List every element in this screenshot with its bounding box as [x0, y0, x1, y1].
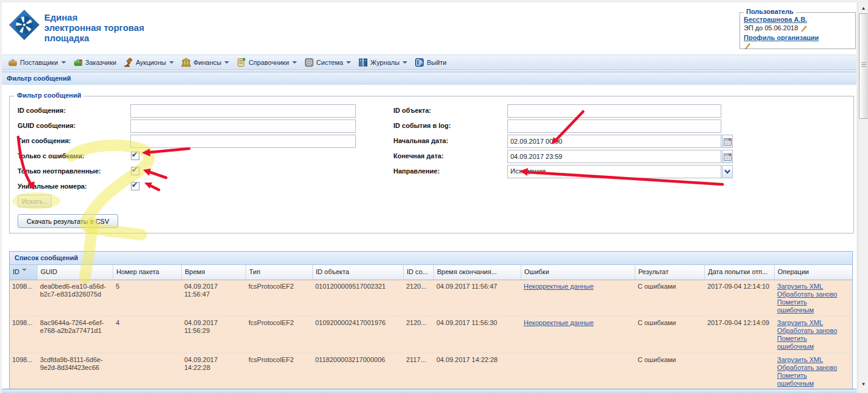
column-header-type[interactable]: Тип — [246, 265, 313, 280]
load-xml-link[interactable]: Загрузить XML — [777, 356, 849, 364]
cell-guid: 8ac9644a-7264-e6ef-e768-a2b2a77471d1 — [38, 317, 113, 352]
cell-errors: Некорректные данные — [521, 280, 635, 315]
direction-selected-value: Исходящие — [510, 167, 546, 175]
menu-item-auctions[interactable]: Аукционы — [122, 58, 179, 67]
log-event-id-input[interactable] — [507, 119, 721, 133]
direction-dropdown-button[interactable] — [722, 165, 733, 178]
log-event-id-label: ID события в log: — [393, 122, 451, 129]
message-id-input[interactable] — [130, 104, 356, 118]
chevron-down-icon — [292, 61, 297, 66]
chevron-down-icon — [169, 61, 174, 66]
column-header-errors[interactable]: Ошибки — [521, 265, 635, 280]
cell-object-id: 0118200003217000006 — [313, 354, 404, 389]
cell-type: fcsProtocolEF2 — [246, 280, 313, 315]
chevron-down-icon — [724, 169, 731, 175]
column-header-time[interactable]: Время — [182, 265, 246, 280]
content-area: Единая электронная торговая площадка Пол… — [2, 2, 856, 393]
menu-item-customers[interactable]: Заказчики — [72, 58, 122, 67]
cell-end-time: 04.09.2017 11:56:47 — [434, 280, 521, 315]
message-id-label: ID сообщения: — [18, 107, 65, 114]
cell-operations: Загрузить XML Обработать заново Пометить… — [775, 317, 852, 352]
direction-select[interactable]: Исходящие — [507, 165, 721, 178]
object-id-input[interactable] — [507, 104, 721, 118]
sort-desc-icon — [22, 269, 27, 274]
gavel-icon — [124, 58, 133, 67]
unsent-only-checkbox[interactable] — [131, 167, 139, 175]
reprocess-link[interactable]: Обработать заново — [777, 364, 849, 372]
cell-id: 1098... — [10, 317, 38, 352]
cell-operations: Загрузить XML Обработать заново Пометить… — [775, 280, 852, 315]
cell-result: С ошибками — [635, 317, 705, 352]
message-type-input[interactable] — [130, 135, 356, 148]
scroll-down-button[interactable]: ▼ — [858, 380, 868, 389]
error-details-link[interactable]: Некорректные данные — [524, 283, 593, 290]
chevron-down-icon — [402, 61, 407, 66]
cell-object-id: 0101200009517002321 — [313, 280, 404, 315]
column-header-end-time[interactable]: Время окончания... — [434, 265, 521, 280]
error-details-link[interactable]: Некорректные данные — [524, 319, 593, 326]
scrollbar-thumb[interactable] — [859, 13, 868, 119]
menu-item-journals[interactable]: Журналы — [356, 58, 413, 67]
grid-header-row: ID GUID Номер пакета Время Тип ID объект… — [10, 265, 852, 280]
errors-only-checkbox[interactable] — [131, 152, 139, 160]
reprocess-link[interactable]: Обработать заново — [777, 327, 849, 335]
column-header-result[interactable]: Результат — [635, 265, 705, 280]
cell-attempt-date: 2017-09-04 12:14:09 — [705, 317, 775, 352]
menu-item-logout[interactable]: Выйти — [413, 58, 452, 67]
menu-item-suppliers[interactable]: Поставщики — [6, 58, 72, 67]
search-button[interactable]: Искать... — [18, 195, 52, 207]
cell-event-id: 2120... — [404, 280, 434, 315]
cell-object-id: 0109200002417001976 — [313, 317, 404, 352]
cell-errors: Некорректные данные — [521, 317, 635, 352]
menu-item-finance[interactable]: Финансы — [179, 58, 235, 67]
mark-erroneous-link[interactable]: Пометить ошибочным — [777, 335, 830, 351]
main-menu-bar: Поставщики Заказчики Аукционы Финансы Сп… — [2, 55, 856, 70]
cell-time: 04.09.2017 11:56:47 — [182, 280, 246, 315]
pencil-icon[interactable] — [744, 42, 751, 51]
mark-erroneous-link[interactable]: Пометить ошибочным — [777, 372, 830, 388]
load-xml-link[interactable]: Загрузить XML — [777, 283, 849, 291]
column-header-packet[interactable]: Номер пакета — [113, 265, 182, 280]
menu-item-label: Финансы — [193, 59, 221, 66]
chevron-down-icon — [346, 61, 351, 66]
column-header-operations[interactable]: Операции — [775, 265, 852, 280]
menu-item-system[interactable]: Система — [302, 58, 356, 67]
cell-type: fcsProtocolEF2 — [246, 354, 313, 389]
column-header-event-id[interactable]: ID со... — [404, 265, 434, 280]
table-row: 1098... 8ac9644a-7264-e6ef-e768-a2b2a774… — [10, 317, 852, 354]
column-header-id[interactable]: ID — [10, 265, 38, 280]
column-header-object-id[interactable]: ID объекта — [313, 265, 404, 280]
column-header-guid[interactable]: GUID — [38, 265, 113, 280]
filter-panel: Фильтр сообщений ID сообщения: GUID сооб… — [9, 96, 854, 233]
errors-only-label: Только с ошибками: — [18, 152, 84, 160]
exit-icon — [415, 58, 424, 67]
message-guid-input[interactable] — [130, 119, 356, 133]
mark-erroneous-link[interactable]: Пометить ошибочным — [777, 298, 830, 314]
cell-id: 1098... — [10, 354, 38, 389]
end-date-input[interactable] — [507, 150, 721, 163]
bank-icon — [181, 58, 191, 67]
user-panel: Пользователь Бесстрашнова А.В. ЭП до 05.… — [739, 12, 856, 49]
menu-item-label: Журналы — [370, 59, 399, 66]
download-csv-button[interactable]: Скачать результаты в CSV — [18, 214, 118, 228]
column-header-attempt-date[interactable]: Дата попытки отп... — [705, 265, 775, 280]
unique-numbers-checkbox[interactable] — [131, 182, 139, 190]
reprocess-link[interactable]: Обработать заново — [777, 291, 849, 298]
start-date-calendar-button[interactable] — [722, 135, 733, 148]
org-profile-link[interactable]: Профиль организации — [744, 33, 819, 42]
system-gear-icon — [304, 58, 314, 67]
message-type-label: Тип сообщения: — [18, 137, 71, 144]
start-date-input[interactable] — [507, 135, 721, 148]
journals-books-icon — [358, 58, 368, 67]
menu-item-directories[interactable]: Справочники — [235, 58, 302, 67]
scroll-up-button[interactable]: ▲ — [858, 4, 868, 13]
application-window: Единая электронная торговая площадка Пол… — [0, 0, 868, 393]
user-name-link[interactable]: Бесстрашнова А.В. — [744, 15, 807, 24]
menu-item-label: Поставщики — [20, 59, 58, 66]
brand-title: Единая электронная торговая площадка — [44, 12, 144, 43]
pencil-icon[interactable] — [800, 24, 807, 33]
menu-item-label: Справочники — [249, 59, 289, 66]
vertical-scrollbar[interactable]: ▲ ▼ — [858, 2, 868, 393]
end-date-calendar-button[interactable] — [722, 150, 733, 163]
load-xml-link[interactable]: Загрузить XML — [777, 319, 849, 327]
